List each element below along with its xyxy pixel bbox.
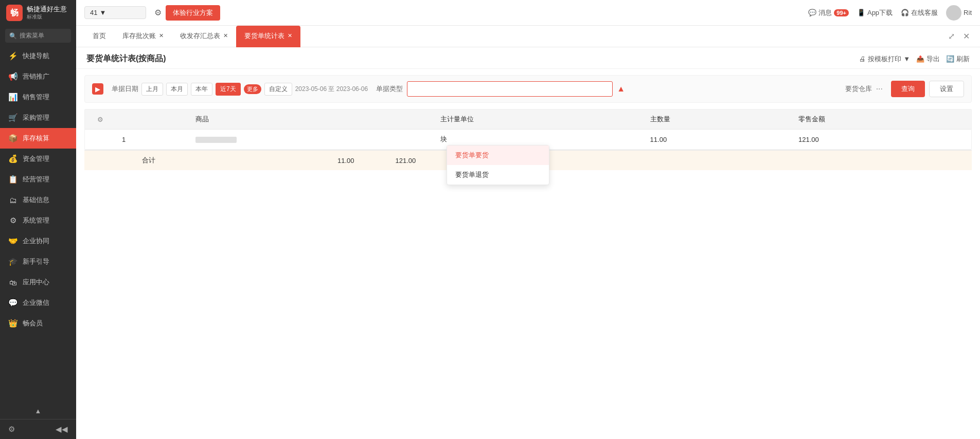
sidebar-search[interactable]: 🔍 搜索菜单 — [5, 29, 71, 43]
collapse-icon[interactable]: ◀◀ — [56, 425, 68, 434]
sidebar-item-label: 库存核算 — [23, 134, 49, 143]
messages-item[interactable]: 💬 消息 99+ — [808, 8, 849, 17]
tab-receivable-summary[interactable]: 收发存汇总表 ✕ — [172, 26, 236, 47]
footer-amount: 121.00 — [396, 157, 416, 164]
tab-label: 收发存汇总表 — [180, 31, 220, 41]
sidebar-nav: ⚡ 快捷导航 📢 营销推广 📊 销售管理 🛒 采购管理 📦 库存核算 💰 资金管… — [0, 46, 76, 403]
support-item[interactable]: 🎧 在线客服 — [901, 8, 938, 17]
this-year-btn[interactable]: 本年 — [191, 83, 212, 96]
marketing-icon: 📢 — [8, 72, 17, 81]
tab-label: 要货单统计表 — [244, 31, 284, 41]
sidebar-item-marketing[interactable]: 📢 营销推广 — [0, 66, 76, 87]
print-chevron-icon[interactable]: ▼ — [903, 55, 910, 63]
filter-expand-button[interactable]: ▶ — [92, 83, 103, 95]
row-product-cell — [189, 130, 434, 150]
messages-badge: 99+ — [834, 9, 849, 16]
sales-icon: 📊 — [8, 93, 17, 102]
this-month-btn[interactable]: 本月 — [166, 83, 188, 96]
type-label: 单据类型 — [376, 84, 403, 94]
col-amount-header: 零售金额 — [792, 109, 971, 130]
operations-icon: 📋 — [8, 175, 17, 184]
tab-inventory-batch[interactable]: 库存批次账 ✕ — [114, 26, 172, 47]
sidebar-item-sales[interactable]: 📊 销售管理 — [0, 87, 76, 107]
basic-icon: 🗂 — [8, 196, 17, 205]
col-product-header: 商品 — [189, 109, 434, 130]
tab-close-icon[interactable]: ✕ — [159, 32, 164, 39]
export-icon: 📤 — [916, 55, 924, 63]
message-icon: 💬 — [808, 9, 816, 16]
tab-close-icon[interactable]: ✕ — [223, 32, 228, 39]
dropdown-item-return[interactable]: 要货单退货 — [447, 165, 549, 185]
col-settings-header[interactable]: ⚙ — [85, 109, 116, 130]
trial-button[interactable]: 体验行业方案 — [166, 5, 220, 21]
sidebar-item-purchase[interactable]: 🛒 采购管理 — [0, 107, 76, 128]
settings-button[interactable]: 设置 — [929, 81, 964, 97]
tab-close-icon[interactable]: ✕ — [288, 32, 292, 39]
more-date-btn[interactable]: 更多 — [244, 84, 261, 94]
row-seq-cell: 1 — [116, 130, 189, 150]
sidebar-item-finance[interactable]: 💰 资金管理 — [0, 149, 76, 169]
custom-date-btn[interactable]: 自定义 — [264, 83, 292, 96]
topbar-left: 41 ▼ ⚙ 体验行业方案 — [84, 5, 220, 21]
download-item[interactable]: 📱 App下载 — [857, 8, 893, 17]
type-input[interactable] — [407, 81, 613, 97]
sidebar-item-label: 资金管理 — [23, 154, 49, 163]
refresh-button[interactable]: 🔄 刷新 — [946, 54, 970, 64]
type-dropdown-arrow[interactable]: ▲ — [617, 84, 625, 94]
row-amount-cell: 121.00 — [792, 130, 971, 150]
date-buttons: 上月 本月 本年 近7天 更多 自定义 — [141, 83, 292, 96]
export-button[interactable]: 📤 导出 — [916, 54, 940, 64]
footer-label: 合计 — [142, 156, 276, 165]
print-label: 按模板打印 — [868, 54, 901, 64]
tab-order-stats[interactable]: 要货单统计表 ✕ — [236, 26, 300, 47]
warehouse-filter-group: 要货仓库 ··· — [845, 84, 883, 94]
col-seq-header — [116, 109, 189, 130]
sidebar-item-guide[interactable]: 🎓 新手引导 — [0, 251, 76, 272]
export-label: 导出 — [926, 54, 940, 64]
sidebar-item-collab[interactable]: 🤝 企业协同 — [0, 231, 76, 251]
sidebar-item-operations[interactable]: 📋 经营管理 — [0, 169, 76, 190]
expand-icon[interactable]: ⤢ — [946, 31, 957, 41]
topbar-right: 💬 消息 99+ 📱 App下载 🎧 在线客服 Rit — [808, 5, 972, 21]
print-icon: 🖨 — [859, 55, 866, 63]
sidebar-item-wechat[interactable]: 💬 企业微信 — [0, 292, 76, 313]
sidebar-scroll-up[interactable]: ▲ — [0, 403, 76, 419]
sidebar-item-inventory[interactable]: 📦 库存核算 — [0, 128, 76, 149]
close-all-icon[interactable]: ✕ — [961, 31, 972, 41]
last-7-days-btn[interactable]: 近7天 — [216, 83, 241, 96]
main-area: 41 ▼ ⚙ 体验行业方案 💬 消息 99+ 📱 App下载 🎧 在线客服 — [76, 0, 980, 439]
sidebar-item-label: 基础信息 — [23, 195, 49, 205]
sidebar-logo: 畅 畅捷通好生意 标准版 — [0, 0, 76, 26]
dropdown-item-order[interactable]: 要货单要货 — [447, 145, 549, 165]
query-button[interactable]: 查询 — [891, 81, 925, 97]
print-button[interactable]: 🖨 按模板打印 ▼ — [859, 54, 910, 64]
user-item[interactable]: Rit — [946, 5, 972, 21]
store-selector[interactable]: 41 ▼ — [84, 6, 146, 19]
sidebar-item-label: 采购管理 — [23, 113, 49, 122]
date-range: 2023-05-06 至 2023-06-06 — [295, 85, 368, 94]
sidebar-item-member[interactable]: 👑 畅会员 — [0, 313, 76, 334]
inventory-icon: 📦 — [8, 134, 17, 143]
type-dropdown: 要货单要货 要货单退货 — [447, 145, 549, 185]
filter-action-buttons: 查询 设置 — [891, 81, 964, 97]
tab-expand-area: ⤢ ✕ — [946, 31, 972, 41]
row-settings-cell — [85, 130, 116, 150]
sidebar-item-quicknav[interactable]: ⚡ 快捷导航 — [0, 46, 76, 66]
sidebar-item-basic[interactable]: 🗂 基础信息 — [0, 190, 76, 210]
warehouse-more-icon[interactable]: ··· — [876, 84, 883, 94]
search-icon: 🔍 — [9, 32, 17, 40]
footer-qty: 11.00 — [337, 157, 354, 164]
refresh-label: 刷新 — [956, 54, 970, 64]
member-icon: 👑 — [8, 319, 17, 328]
tab-home[interactable]: 首页 — [84, 26, 114, 47]
last-month-btn[interactable]: 上月 — [141, 83, 163, 96]
settings-icon[interactable]: ⚙ — [8, 425, 15, 434]
sidebar-item-system[interactable]: ⚙ 系统管理 — [0, 210, 76, 231]
finance-icon: 💰 — [8, 154, 17, 163]
topbar-gear-icon[interactable]: ⚙ — [154, 8, 162, 17]
sidebar-bottom: ⚙ ◀◀ — [0, 419, 76, 439]
filter-bar: ▶ 单据日期 上月 本月 本年 近7天 更多 自定义 2023-05-06 至 … — [84, 75, 972, 103]
sidebar-item-label: 营销推广 — [23, 72, 49, 81]
sidebar-item-appstore[interactable]: 🛍 应用中心 — [0, 272, 76, 292]
messages-label: 消息 — [818, 8, 832, 17]
